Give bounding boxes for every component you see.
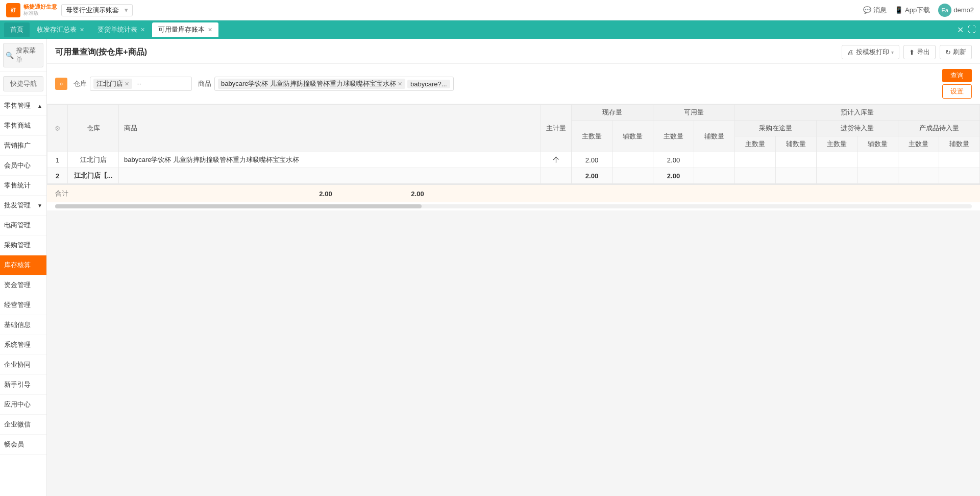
- warehouse-tag-close[interactable]: ✕: [125, 81, 129, 87]
- sidebar-item-basic-info-label: 基础信息: [4, 320, 31, 329]
- message-btn[interactable]: 💬 消息: [863, 6, 887, 15]
- warehouse-filter-label: 仓库: [74, 79, 87, 88]
- tab-available-inventory-label: 可用量库存账本: [158, 25, 205, 34]
- sidebar-item-purchase-mgmt[interactable]: 采购管理: [0, 235, 46, 255]
- expand-icon: ▲: [37, 103, 42, 109]
- sidebar-quick-nav-section: 快捷导航: [0, 72, 46, 96]
- top-bar-left: 好 畅捷通好生意 标准版 母婴行业演示账套 ▾: [6, 3, 133, 17]
- scrollbar-thumb[interactable]: [55, 204, 422, 208]
- td-pt-main-0: [735, 152, 776, 168]
- th-purchase-transit: 采购在途量: [735, 121, 817, 136]
- sidebar-item-retail-stats-label: 零售统计: [4, 181, 31, 190]
- close-window-btn[interactable]: ✕: [957, 25, 964, 35]
- product-filter-input[interactable]: babycare学饮杯 儿童防摔防撞吸管杯重力球吸嘴杯宝宝水杯 ✕ babyca…: [214, 77, 454, 91]
- td-fp-main-0: [898, 152, 939, 168]
- sidebar-item-system-mgmt[interactable]: 系统管理: [0, 335, 46, 355]
- tab-receipt-summary-close[interactable]: ✕: [80, 27, 84, 33]
- filter-toggle-btn[interactable]: »: [55, 78, 67, 90]
- product-filter-group: 商品 babycare学饮杯 儿童防摔防撞吸管杯重力球吸嘴杯宝宝水杯 ✕ bab…: [198, 77, 454, 91]
- tab-order-summary[interactable]: 要货单统计表 ✕: [91, 22, 151, 37]
- warehouse-tag-0: 江北门店 ✕: [93, 79, 132, 89]
- th-main-unit: 主计量: [541, 105, 572, 152]
- industry-selector[interactable]: 母婴行业演示账套 ▾: [61, 4, 133, 16]
- sidebar-item-ecommerce-mgmt-label: 电商管理: [4, 221, 31, 230]
- th-purchase-pending-main: 主数量: [817, 136, 857, 152]
- footer-label: 合计: [55, 189, 157, 198]
- sidebar-item-app-center-label: 应用中心: [4, 400, 31, 409]
- app-download-label: App下载: [905, 6, 930, 15]
- td-row-num-0: 1: [47, 152, 68, 168]
- warehouse-tag-text: 江北门店: [96, 79, 123, 88]
- th-available: 可用量: [653, 105, 735, 121]
- table-container: ⚙ 仓库 商品 主计量 现存量: [47, 104, 980, 184]
- td-current-main-1: 2.00: [572, 168, 612, 184]
- footer-current-qty: 2.00: [300, 190, 351, 198]
- product-tag-0: babycare学饮杯 儿童防摔防撞吸管杯重力球吸嘴杯宝宝水杯 ✕: [218, 79, 405, 89]
- sidebar-item-ecommerce-mgmt[interactable]: 电商管理: [0, 216, 46, 235]
- top-bar: 好 畅捷通好生意 标准版 母婴行业演示账套 ▾ 💬 消息 📱 App下载 Ea …: [0, 0, 980, 20]
- sidebar-item-marketing[interactable]: 营销推广: [0, 136, 46, 156]
- table-footer: 合计 2.00 2.00: [47, 184, 980, 202]
- user-profile[interactable]: Ea demo2: [938, 4, 974, 17]
- sidebar-item-retail-stats[interactable]: 零售统计: [0, 176, 46, 196]
- sidebar-item-member-center[interactable]: 会员中心: [0, 156, 46, 176]
- sidebar-item-vip-member[interactable]: 畅会员: [0, 435, 46, 455]
- td-current-main-0: 2.00: [572, 152, 612, 168]
- refresh-label: 刷新: [953, 48, 966, 57]
- query-btn[interactable]: 查询: [942, 69, 972, 82]
- sidebar-item-basic-info[interactable]: 基础信息: [0, 315, 46, 335]
- th-purchase-pending-aux: 辅数量: [857, 136, 898, 152]
- product-tag-text-1: babycare?...: [410, 80, 447, 88]
- sidebar-item-enterprise-collab[interactable]: 企业协同: [0, 355, 46, 375]
- tab-receipt-summary[interactable]: 收发存汇总表 ✕: [31, 22, 90, 37]
- filter-settings-btn[interactable]: 设置: [942, 84, 972, 99]
- sidebar-item-wholesale-mgmt-label: 批发管理: [4, 201, 31, 210]
- sidebar-item-new-user-guide[interactable]: 新手引导: [0, 375, 46, 395]
- export-btn[interactable]: ⬆ 导出: [903, 45, 936, 59]
- sidebar-item-inventory-check[interactable]: 库存核算: [0, 255, 46, 275]
- footer-available-qty: 2.00: [392, 190, 443, 198]
- sidebar-item-enterprise-wechat[interactable]: 企业微信: [0, 415, 46, 435]
- expand-filter-icon: »: [60, 80, 63, 87]
- message-icon: 💬: [863, 6, 871, 14]
- sidebar-item-operations-mgmt[interactable]: 经营管理: [0, 295, 46, 315]
- td-warehouse-1: 江北门店【...: [68, 168, 119, 184]
- sidebar-item-marketing-label: 营销推广: [4, 141, 31, 150]
- sidebar-item-retail-mgmt[interactable]: 零售管理 ▲: [0, 96, 46, 116]
- td-product-1: [119, 168, 541, 184]
- logo-subtext: 标准版: [23, 10, 57, 16]
- template-print-btn[interactable]: 🖨 按模板打印 ▾: [842, 45, 899, 59]
- th-finished-aux: 辅数量: [939, 136, 980, 152]
- sidebar-item-wholesale-mgmt[interactable]: 批发管理 ▼: [0, 196, 46, 216]
- warehouse-filter-input[interactable]: 江北门店 ✕ ···: [90, 77, 192, 91]
- product-filter-label: 商品: [198, 79, 211, 88]
- refresh-btn[interactable]: ↻ 刷新: [940, 45, 972, 59]
- page-actions: 🖨 按模板打印 ▾ ⬆ 导出 ↻ 刷新: [842, 45, 972, 59]
- sidebar-item-retail-mall[interactable]: 零售商城: [0, 116, 46, 136]
- expand-icon-wholesale: ▼: [37, 203, 42, 208]
- export-icon: ⬆: [909, 49, 915, 56]
- gear-icon[interactable]: ⚙: [55, 125, 61, 132]
- sidebar-search-btn[interactable]: 🔍 搜索菜单: [3, 43, 43, 67]
- maximize-btn[interactable]: ⛶: [968, 25, 976, 34]
- th-warehouse: 仓库: [68, 105, 119, 152]
- product-tag-0-close[interactable]: ✕: [398, 81, 402, 87]
- th-expected-inbound: 预计入库量: [735, 105, 980, 121]
- sidebar-item-app-center[interactable]: 应用中心: [0, 395, 46, 415]
- th-gear[interactable]: ⚙: [47, 105, 68, 152]
- tab-available-inventory[interactable]: 可用量库存账本 ✕: [152, 22, 218, 37]
- sidebar-item-vip-member-label: 畅会员: [4, 440, 24, 449]
- sidebar-item-finance-mgmt[interactable]: 资金管理: [0, 275, 46, 295]
- td-unit-1: [541, 168, 572, 184]
- tab-order-summary-close[interactable]: ✕: [140, 27, 145, 33]
- warehouse-filter-group: 仓库 江北门店 ✕ ···: [74, 77, 192, 91]
- app-download-btn[interactable]: 📱 App下载: [895, 6, 930, 15]
- td-fp-main-1: [898, 168, 939, 184]
- tab-home[interactable]: 首页: [4, 22, 30, 37]
- quick-nav-btn[interactable]: 快捷导航: [3, 76, 43, 91]
- tab-available-inventory-close[interactable]: ✕: [208, 27, 212, 33]
- th-finished-goods: 产成品待入量: [898, 121, 980, 136]
- refresh-icon: ↻: [945, 49, 951, 56]
- page-title: 可用量查询(按仓库+商品): [55, 47, 147, 58]
- td-avail-aux-1: [694, 168, 735, 184]
